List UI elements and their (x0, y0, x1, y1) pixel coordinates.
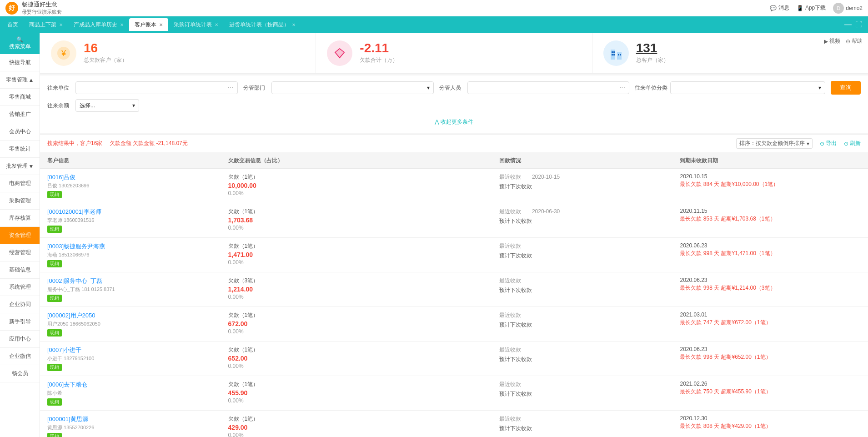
debt-count-6: 欠款（1笔） (228, 346, 499, 354)
customer-link-5[interactable]: [000002]用户2050 (47, 312, 95, 319)
tab-purchase-label: 采购订单统计表 (174, 21, 212, 29)
customer-tag-1: 现销 (47, 191, 62, 198)
export-btn[interactable]: ⊙ 导出 (820, 140, 837, 147)
tab-home[interactable]: 首页 (2, 18, 24, 31)
tab-purchase[interactable]: 采购订单统计表 ✕ (168, 18, 224, 31)
customer-link-1[interactable]: [0016]吕俊 (47, 174, 75, 181)
filter-row-2: 往来余额 选择... ▾ (47, 99, 861, 112)
sidebar-item-retail-store[interactable]: 零售商城 (0, 89, 40, 106)
customer-phone-4: 服务中心_丁磊 181 0125 8371 (47, 286, 228, 293)
sidebar-basic-label: 基础信息 (9, 266, 31, 273)
due-date-1: 2020.10.15 (680, 173, 861, 180)
unit-class-select[interactable]: ▾ (670, 81, 825, 94)
customer-tag-7: 现销 (47, 398, 62, 406)
sidebar-search[interactable]: 🔍 搜索菜单 (0, 33, 40, 54)
customer-link-8[interactable]: [000001]黄思源 (47, 416, 88, 422)
tab-account[interactable]: 客户账本 ✕ (129, 18, 168, 31)
tab-inventory[interactable]: 进货单统计表（按商品） ✕ (224, 18, 301, 31)
tab-maximize-btn[interactable]: ⛶ (855, 21, 863, 28)
td-debt-1: 欠款（1笔） 10,000.00 0.00% (228, 173, 499, 196)
sidebar-marketing-label: 营销推广 (9, 111, 31, 117)
sort-select[interactable]: 排序：按欠款金额倒序排序 ▾ (736, 138, 813, 149)
td-customer-7: [0006]去下粮仓 陈小希 现销 (47, 381, 228, 406)
tab-purchase-close[interactable]: ✕ (215, 22, 218, 27)
table-row: [0007]小进干 小进干 18279152100 现销 欠款（1笔） 652.… (40, 342, 868, 376)
customer-link-7[interactable]: [0006]去下粮仓 (47, 381, 87, 388)
sidebar-item-marketing[interactable]: 营销推广 (0, 106, 40, 123)
tab-controls: — ⛶ (844, 21, 866, 28)
sidebar-item-inventory[interactable]: 库存核算 (0, 210, 40, 227)
video-btn[interactable]: ▶ 视频 (824, 37, 840, 45)
tab-history-close[interactable]: ✕ (120, 22, 124, 27)
customer-link-4[interactable]: [0002]服务中心_丁磊 (47, 277, 102, 284)
results-actions: 排序：按欠款金额倒序排序 ▾ ⊙ 导出 ⊙ 刷新 (736, 138, 861, 149)
source-unit-input[interactable]: ··· (75, 81, 238, 94)
sidebar-item-member-plus[interactable]: 畅会员 (0, 365, 40, 382)
source-unit-dots[interactable]: ··· (227, 84, 233, 92)
td-customer-1: [0016]吕俊 吕俊 13026203696 现销 (47, 173, 228, 198)
tab-account-close[interactable]: ✕ (159, 22, 163, 27)
person-input[interactable]: ··· (467, 81, 630, 94)
tab-products[interactable]: 商品上下架 ✕ (24, 18, 68, 31)
sidebar-retail-stats-label: 零售统计 (9, 146, 31, 152)
td-return-5: 最近收款 预计下次收款 (499, 311, 680, 329)
stat-value-1: 16 (84, 42, 127, 55)
dept-select[interactable]: ▾ (271, 81, 434, 94)
svg-text:¥: ¥ (61, 49, 66, 58)
debt-percent-2: 0.00% (228, 225, 499, 231)
due-date-8: 2020.12.30 (680, 415, 861, 422)
tab-products-close[interactable]: ✕ (59, 22, 63, 27)
return-label-7: 最近收款 (499, 381, 680, 388)
search-icon: 🔍 (4, 36, 36, 43)
sidebar-item-basic[interactable]: 基础信息 (0, 261, 40, 279)
user-profile[interactable]: D demo2 (833, 3, 863, 14)
logo-area: 好 畅捷通好生意 母婴行业演示账套 (5, 0, 62, 15)
sidebar-item-guide[interactable]: 新手引导 (0, 313, 40, 331)
chevron-down-unit-icon: ▾ (818, 85, 821, 91)
help-label: 帮助 (852, 37, 863, 45)
sidebar-item-purchase[interactable]: 采购管理 (0, 192, 40, 210)
message-btn[interactable]: 💬 消息 (770, 4, 789, 12)
help-btn[interactable]: ⊙ 帮助 (846, 37, 863, 45)
svg-rect-10 (618, 54, 619, 55)
sidebar-item-ecommerce[interactable]: 电商管理 (0, 175, 40, 192)
sidebar-item-member[interactable]: 会员中心 (0, 123, 40, 141)
sidebar-item-business[interactable]: 经营管理 (0, 244, 40, 261)
sidebar-item-app-center[interactable]: 应用中心 (0, 331, 40, 348)
collapse-btn[interactable]: ⋀ 收起更多条件 (47, 116, 861, 128)
sidebar-item-system[interactable]: 系统管理 (0, 279, 40, 296)
customer-link-3[interactable]: [0003]畅捷服务尹海燕 (47, 243, 105, 250)
sidebar-retail-store-label: 零售商城 (9, 94, 31, 100)
person-dots[interactable]: ··· (619, 84, 625, 92)
sidebar-item-corp-wechat[interactable]: 企业微信 (0, 348, 40, 365)
table-row: [0016]吕俊 吕俊 13026203696 现销 欠款（1笔） 10,000… (40, 169, 868, 203)
sidebar-item-wholesale[interactable]: 批发管理 ▼ (0, 158, 40, 175)
sidebar-corp-wechat-label: 企业微信 (9, 353, 31, 359)
refresh-btn[interactable]: ⊙ 刷新 (844, 140, 861, 147)
stat-info-3: 131 总客户（家） (636, 42, 669, 64)
search-button[interactable]: 查询 (831, 81, 861, 95)
filter-unit-class-label: 往来单位分类 (635, 84, 667, 92)
avatar: D (833, 3, 844, 14)
tab-history[interactable]: 产成品入库单历史 ✕ (68, 18, 129, 31)
chevron-down-sort-icon: ▾ (807, 141, 809, 147)
sidebar-item-quick-nav[interactable]: 快捷导航 (0, 54, 40, 71)
sidebar-item-corp[interactable]: 企业协同 (0, 296, 40, 313)
chevron-down-balance-icon: ▾ (132, 102, 135, 109)
return-next-4: 预计下次收款 (499, 286, 680, 294)
stat-icon-building (603, 40, 629, 66)
sidebar-item-retail-stats[interactable]: 零售统计 (0, 141, 40, 158)
return-label-8: 最近收款 (499, 415, 680, 423)
app-download-btn[interactable]: 📱 App下载 (797, 4, 826, 12)
tab-inventory-close[interactable]: ✕ (292, 22, 296, 27)
debt-amount-2: 1,703.68 (228, 216, 499, 224)
customer-link-2[interactable]: [0001020001]李老师 (47, 208, 101, 215)
sidebar-item-finance[interactable]: 资金管理 (0, 227, 40, 244)
table-row: [0002]服务中心_丁磊 服务中心_丁磊 181 0125 8371 现销 欠… (40, 272, 868, 307)
customer-link-6[interactable]: [0007]小进干 (47, 347, 81, 353)
tab-minimize-btn[interactable]: — (844, 21, 852, 28)
balance-select[interactable]: 选择... ▾ (75, 99, 139, 112)
sidebar-item-retail-mgmt[interactable]: 零售管理 ▲ (0, 71, 40, 89)
return-label-2: 最近收款 2020-06-30 (499, 208, 680, 216)
customer-tag-5: 现销 (47, 329, 62, 337)
